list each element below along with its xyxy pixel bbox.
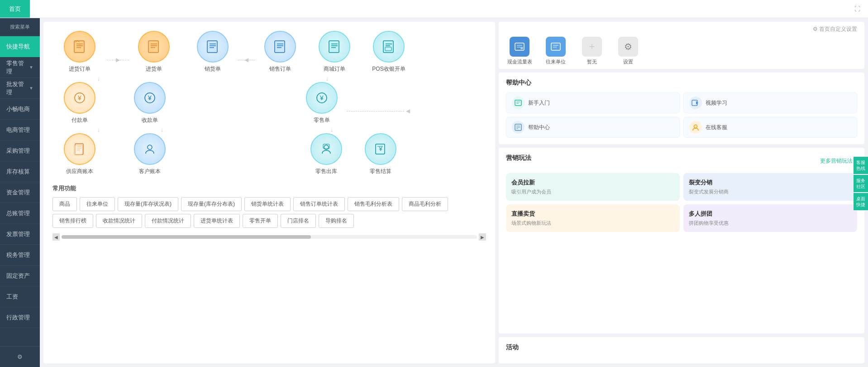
flow-node-payment[interactable]: ¥ 付款单 bbox=[52, 82, 107, 124]
flow-node-sales[interactable]: 销货单 bbox=[188, 31, 238, 73]
func-btn-retail-order[interactable]: 零售开单 bbox=[243, 214, 278, 228]
help-item-helpcenter[interactable]: 帮助中心 bbox=[506, 117, 680, 138]
sidebar-search[interactable]: 搜索菜单 bbox=[0, 18, 40, 36]
flow-node-supplier-account[interactable]: 供应商账本 bbox=[52, 133, 107, 175]
svg-rect-20 bbox=[329, 41, 339, 53]
func-btn-sales-stat[interactable]: 销货单统计表 bbox=[244, 197, 291, 211]
sidebar-item-purchase[interactable]: 采购管理 bbox=[0, 140, 40, 161]
fullscreen-button[interactable]: ⛶ bbox=[852, 4, 863, 14]
flow-node-pos[interactable]: POS收银开单 bbox=[364, 31, 414, 73]
quick-nav-panel: 进货订单 ▶ 进货单 bbox=[43, 22, 495, 363]
chevron-down-icon: ▼ bbox=[29, 86, 33, 91]
func-btn-store-rank[interactable]: 门店排名 bbox=[281, 214, 316, 228]
marketing-section: 营销玩法 更多营销玩法 > 会员拉新 吸引用户成为会员 裂变分销 裂变式发展分销… bbox=[499, 148, 864, 333]
shortcuts-setting[interactable]: ⚙ 首页自定义设置 bbox=[813, 25, 857, 33]
sidebar-item-general-ledger[interactable]: 总账管理 bbox=[0, 203, 40, 224]
svg-text:¥: ¥ bbox=[77, 94, 81, 101]
func-btn-partner[interactable]: 往来单位 bbox=[80, 197, 115, 211]
shortcuts-row: 现金流量表 往来单位 + 暂无 ⚙ bbox=[506, 37, 857, 65]
svg-rect-51 bbox=[551, 43, 560, 50]
func-btn-sales-rank[interactable]: 销售排行榜 bbox=[52, 214, 93, 228]
flow-node-mall-order[interactable]: 商城订单 bbox=[310, 31, 359, 73]
flow-node-customer-account[interactable]: 客户账本 bbox=[125, 133, 175, 175]
func-btn-stock-dist[interactable]: 现存量(库存分布表) bbox=[181, 197, 242, 211]
func-btn-stock-status[interactable]: 现存量(库存状况表) bbox=[118, 197, 178, 211]
help-section: 帮助中心 新手入门 视频学习 bbox=[499, 72, 864, 144]
helpcenter-icon bbox=[512, 121, 525, 134]
tab-home[interactable]: 首页 bbox=[0, 0, 30, 18]
svg-rect-47 bbox=[515, 43, 524, 50]
flow-node-purchase[interactable]: 进货单 bbox=[129, 31, 179, 73]
float-btn-desktop[interactable]: 桌面快捷 bbox=[854, 193, 868, 210]
sidebar-item-finance[interactable]: 资金管理 bbox=[0, 182, 40, 203]
sidebar-item-ecommerce[interactable]: 电商管理 bbox=[0, 120, 40, 140]
func-btn-order-stat[interactable]: 销售订单统计表 bbox=[293, 197, 345, 211]
cashflow-icon bbox=[510, 37, 529, 57]
float-btn-service[interactable]: 客服热线 bbox=[854, 157, 868, 174]
svg-rect-40 bbox=[74, 145, 82, 155]
sidebar-item-fixed-assets[interactable]: 固定资产 bbox=[0, 266, 40, 286]
flow-node-receipt[interactable]: ¥ 收款单 bbox=[125, 82, 175, 124]
chevron-down-icon: ▼ bbox=[29, 65, 33, 70]
shortcut-cashflow[interactable]: 现金流量表 bbox=[506, 37, 533, 65]
func-btn-sales-margin[interactable]: 销售毛利分析表 bbox=[348, 197, 399, 211]
sidebar-item-tax[interactable]: 税务管理 bbox=[0, 245, 40, 266]
scroll-left-button[interactable]: ◀ bbox=[52, 233, 60, 241]
activity-section: 活动 bbox=[499, 337, 864, 363]
func-btn-guide-rank[interactable]: 导购排名 bbox=[319, 214, 354, 228]
marketing-grid: 会员拉新 吸引用户成为会员 裂变分销 裂变式发展分销商 直播卖货 场景式购物新玩… bbox=[506, 173, 857, 232]
flow-node-retail-out[interactable]: 零售出库 bbox=[301, 133, 351, 175]
more-marketing-link[interactable]: 更多营销玩法 > bbox=[820, 157, 857, 165]
online-icon bbox=[689, 121, 702, 134]
partner-icon bbox=[546, 37, 566, 57]
flow-node-sales-order[interactable]: 销售订单 bbox=[255, 31, 305, 73]
help-item-video[interactable]: 视频学习 bbox=[683, 92, 857, 113]
none-icon: + bbox=[582, 37, 602, 57]
shortcuts-wrapper: ⚙ 首页自定义设置 现金流量表 往 bbox=[499, 22, 864, 69]
svg-text:¥: ¥ bbox=[148, 94, 152, 101]
flow-node-retail-settlement[interactable]: ¥ 零售结算 bbox=[356, 133, 405, 175]
svg-rect-54 bbox=[515, 100, 521, 106]
svg-rect-15 bbox=[275, 41, 285, 53]
gear-icon: ⚙ bbox=[17, 353, 23, 360]
sidebar-item-wholesale[interactable]: 批发管理 ▼ bbox=[0, 78, 40, 99]
svg-rect-5 bbox=[148, 41, 158, 53]
func-btn-payment-stat[interactable]: 付款情况统计 bbox=[145, 214, 191, 228]
shortcut-none[interactable]: + 暂无 bbox=[578, 37, 606, 65]
sidebar-item-invoice[interactable]: 发票管理 bbox=[0, 224, 40, 245]
sidebar-item-retail[interactable]: 零售管理 ▼ bbox=[0, 57, 40, 78]
func-btn-receipt-stat[interactable]: 收款情况统计 bbox=[96, 214, 142, 228]
scroll-right-button[interactable]: ▶ bbox=[479, 233, 486, 241]
flow-node-retail[interactable]: ¥ 零售单 bbox=[297, 82, 347, 124]
svg-rect-10 bbox=[207, 41, 217, 53]
beginner-icon bbox=[512, 97, 525, 109]
marketing-card-group[interactable]: 多人拼团 拼团购物享受优惠 bbox=[683, 204, 857, 232]
svg-point-50 bbox=[520, 47, 523, 49]
help-item-online[interactable]: 在线客服 bbox=[683, 117, 857, 138]
sidebar-item-inventory[interactable]: 库存核算 bbox=[0, 161, 40, 182]
common-functions: 常用功能 商品 往来单位 现存量(库存状况表) 现存量(库存分布表) 销货单统计… bbox=[52, 184, 486, 228]
functions-grid: 商品 往来单位 现存量(库存状况表) 现存量(库存分布表) 销货单统计表 销售订… bbox=[52, 197, 486, 228]
marketing-card-fission[interactable]: 裂变分销 裂变式发展分销商 bbox=[683, 173, 857, 201]
float-btn-community[interactable]: 服务社区 bbox=[854, 175, 868, 192]
float-buttons: 客服热线 服务社区 桌面快捷 bbox=[854, 157, 868, 210]
sidebar-item-ecommerce-small[interactable]: 小畅电商 bbox=[0, 99, 40, 120]
help-grid: 新手入门 视频学习 帮助中心 bbox=[506, 92, 857, 138]
sidebar-settings-button[interactable]: ⚙ bbox=[0, 346, 40, 367]
flow-node-purchase-order[interactable]: 进货订单 bbox=[52, 31, 107, 73]
help-item-beginner[interactable]: 新手入门 bbox=[506, 92, 680, 113]
func-btn-goods-margin[interactable]: 商品毛利分析 bbox=[402, 197, 448, 211]
shortcut-partner[interactable]: 往来单位 bbox=[542, 37, 569, 65]
marketing-card-live[interactable]: 直播卖货 场景式购物新玩法 bbox=[506, 204, 680, 232]
svg-rect-0 bbox=[74, 41, 84, 53]
flow-diagram: 进货订单 ▶ 进货单 bbox=[52, 31, 486, 177]
scroll-track[interactable] bbox=[62, 235, 477, 239]
sidebar-item-quicknav[interactable]: 快捷导航 bbox=[0, 36, 40, 57]
func-btn-goods[interactable]: 商品 bbox=[52, 197, 77, 211]
marketing-card-member[interactable]: 会员拉新 吸引用户成为会员 bbox=[506, 173, 680, 201]
sidebar-item-admin[interactable]: 行政管理 bbox=[0, 307, 40, 328]
svg-point-41 bbox=[148, 145, 152, 150]
shortcut-settings[interactable]: ⚙ 设置 bbox=[615, 37, 642, 65]
sidebar-item-payroll[interactable]: 工资 bbox=[0, 286, 40, 307]
func-btn-purchase-stat[interactable]: 进货单统计表 bbox=[194, 214, 240, 228]
